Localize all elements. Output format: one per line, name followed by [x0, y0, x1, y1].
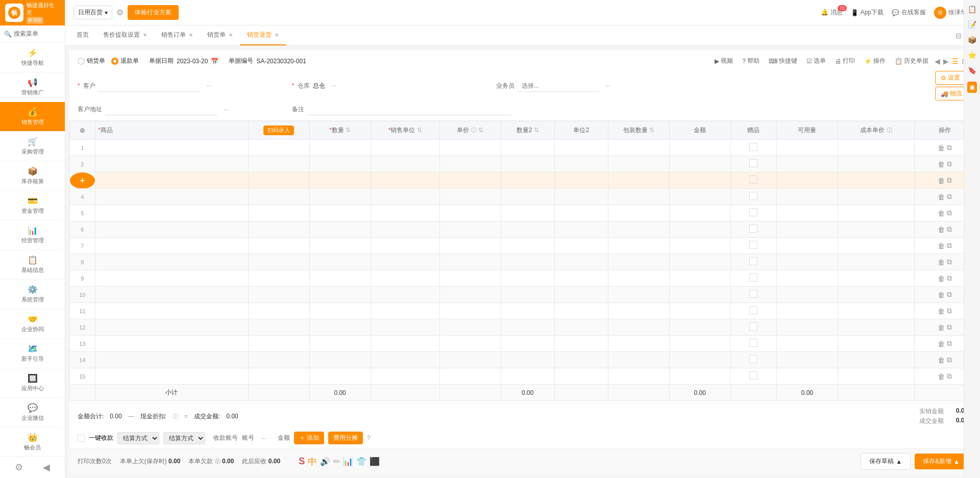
radio-return-bill[interactable]: 退款单: [111, 57, 139, 65]
sidebar-item-purchase[interactable]: 🛒 采购管理: [0, 132, 65, 161]
tab-sales-bill[interactable]: 销货单 ✕: [200, 26, 240, 45]
right-panel-icon-4[interactable]: ⭐: [968, 51, 976, 59]
sort-qty-icon[interactable]: ⇅: [346, 127, 351, 134]
sidebar-item-member[interactable]: 👑 畅会员: [0, 427, 65, 456]
sidebar-collapse-icon[interactable]: ◀: [43, 462, 50, 473]
close-sales-bill-tab[interactable]: ✕: [229, 32, 233, 38]
one-click-pay-checkbox[interactable]: [78, 435, 85, 442]
address-input[interactable]: [105, 104, 217, 115]
sidebar-item-basic[interactable]: 📋 基础信息: [0, 250, 65, 280]
delete-row-btn-5[interactable]: 🗑: [938, 209, 945, 217]
gift-checkbox-5[interactable]: [749, 208, 757, 216]
bottom-icon-4[interactable]: ✏: [333, 457, 340, 466]
toolbar-history-btn[interactable]: 📋历史单据: [892, 55, 932, 67]
gift-checkbox-15[interactable]: [749, 371, 757, 380]
gift-checkbox-9[interactable]: [749, 273, 757, 282]
sort-qty2-icon[interactable]: ⇅: [534, 127, 539, 134]
gift-checkbox-7[interactable]: [749, 241, 757, 249]
delete-row-btn-14[interactable]: 🗑: [938, 356, 945, 364]
right-panel-icon-2[interactable]: 📝: [968, 20, 976, 29]
toolbar-select-btn[interactable]: ☑选单: [803, 55, 829, 67]
gift-checkbox-12[interactable]: [749, 322, 757, 331]
delete-row-btn-12[interactable]: 🗑: [938, 323, 945, 332]
warehouse-more-btn[interactable]: ···: [328, 82, 339, 89]
delete-row-btn-10[interactable]: 🗑: [938, 291, 945, 299]
copy-row-btn-10[interactable]: ⧉: [947, 290, 952, 299]
close-price-settings-tab[interactable]: ✕: [143, 32, 147, 38]
copy-row-btn-2[interactable]: ⧉: [947, 160, 952, 168]
copy-row-btn-1[interactable]: ⧉: [947, 143, 952, 152]
copy-row-btn-9[interactable]: ⧉: [947, 274, 952, 283]
copy-row-btn-5[interactable]: ⧉: [947, 209, 952, 217]
sidebar-item-inventory[interactable]: 📦 库存核算: [0, 161, 65, 191]
sidebar-item-finance[interactable]: 💳 资金管理: [0, 191, 65, 220]
topbar-settings-icon[interactable]: ⚙: [116, 8, 124, 17]
bottom-icon-5[interactable]: 📊: [343, 457, 353, 466]
bottom-icon-3[interactable]: 🔊: [320, 457, 330, 466]
copy-row-btn-4[interactable]: ⧉: [947, 192, 952, 201]
toolbar-shortcut-btn[interactable]: ⌨快捷键: [766, 55, 800, 67]
delete-row-btn-4[interactable]: 🗑: [938, 193, 945, 201]
gift-checkbox-11[interactable]: [749, 306, 757, 314]
discount-info-icon[interactable]: ⓘ: [173, 413, 178, 420]
sidebar-search[interactable]: 🔍 搜索菜单: [0, 26, 65, 43]
gift-checkbox-2[interactable]: [749, 159, 757, 167]
close-sales-return-tab[interactable]: ✕: [275, 32, 279, 38]
sidebar-item-operations[interactable]: 📊 经营管理: [0, 220, 65, 250]
sidebar-settings-icon[interactable]: ⚙: [15, 462, 23, 473]
delete-row-btn-2[interactable]: 🗑: [938, 160, 945, 168]
sidebar-item-guide[interactable]: 🗺️ 新手引导: [0, 339, 65, 368]
copy-row-btn-11[interactable]: ⧉: [947, 307, 952, 315]
toolbar-print-btn[interactable]: 🖨打印: [832, 55, 858, 67]
gift-checkbox-1[interactable]: [749, 143, 757, 151]
copy-row-btn-13[interactable]: ⧉: [947, 339, 952, 348]
product-input-3[interactable]: [99, 177, 245, 184]
delete-row-btn-6[interactable]: 🗑: [938, 225, 945, 234]
close-sales-order-tab[interactable]: ✕: [189, 32, 193, 38]
gift-checkbox-13[interactable]: [749, 339, 757, 347]
col-settings-header[interactable]: ⚙: [70, 121, 95, 140]
bottom-icon-7[interactable]: ⬛: [370, 457, 380, 466]
copy-row-btn-3[interactable]: ⧉: [947, 176, 952, 185]
sort-unit-icon[interactable]: ⇅: [417, 127, 422, 134]
copy-row-btn-8[interactable]: ⧉: [947, 258, 952, 266]
save-draft-btn[interactable]: 保存草稿 ▲: [861, 453, 911, 470]
sort-pack-icon[interactable]: ⇅: [649, 127, 654, 134]
salesman-input[interactable]: [518, 80, 599, 92]
add-payment-btn[interactable]: ＋ 添加: [294, 432, 324, 444]
tab-home[interactable]: 首页: [69, 26, 96, 45]
settlement-select[interactable]: 结算方式: [117, 432, 159, 444]
sort-price-icon[interactable]: ⇅: [478, 127, 483, 134]
sidebar-item-wechat[interactable]: 💬 企业微信: [0, 398, 65, 427]
address-more-btn[interactable]: ···: [220, 106, 232, 113]
copy-row-btn-6[interactable]: ⧉: [947, 225, 952, 234]
price-info-icon[interactable]: ⓘ: [471, 127, 477, 133]
trial-btn[interactable]: 体验行业方案: [128, 5, 179, 20]
toolbar-operation-btn[interactable]: ⚡操作: [861, 55, 889, 67]
delete-row-btn-15[interactable]: 🗑: [938, 372, 945, 381]
bank-account-more-btn[interactable]: ···: [258, 435, 270, 442]
delete-row-btn-8[interactable]: 🗑: [938, 258, 945, 266]
nav-next-icon[interactable]: ▶: [943, 57, 949, 65]
bottom-icon-2[interactable]: 中: [308, 456, 317, 468]
tab-price-settings[interactable]: 售价提取设置 ✕: [96, 26, 154, 45]
delete-row-btn-11[interactable]: 🗑: [938, 307, 945, 315]
sidebar-item-marketing[interactable]: 📢 营销推广: [0, 72, 65, 102]
customer-more-btn[interactable]: ···: [204, 82, 215, 89]
remark-input[interactable]: [307, 104, 511, 115]
sidebar-item-sales[interactable]: 💰 销售管理: [0, 102, 65, 132]
scan-input-btn[interactable]: 扫码录入: [263, 125, 294, 135]
settings-btn[interactable]: ⚙ 设置: [935, 71, 968, 85]
module-select[interactable]: 日用百货 ▾: [74, 6, 112, 19]
copy-row-btn-14[interactable]: ⧉: [947, 356, 952, 364]
gift-checkbox-8[interactable]: [749, 257, 757, 265]
payment-help-icon[interactable]: ?: [367, 435, 371, 442]
add-row-btn[interactable]: +: [77, 175, 87, 186]
copy-row-btn-7[interactable]: ⧉: [947, 241, 952, 250]
toolbar-video-btn[interactable]: ▶视频: [712, 55, 736, 67]
gift-checkbox-4[interactable]: [749, 192, 757, 200]
right-panel-icon-5[interactable]: 🔖: [968, 66, 976, 74]
right-panel-icon-6[interactable]: ▣: [967, 82, 977, 93]
toolbar-help-btn[interactable]: ?帮助: [739, 55, 763, 67]
notification-bell[interactable]: 🔔 70 消息: [821, 8, 842, 17]
